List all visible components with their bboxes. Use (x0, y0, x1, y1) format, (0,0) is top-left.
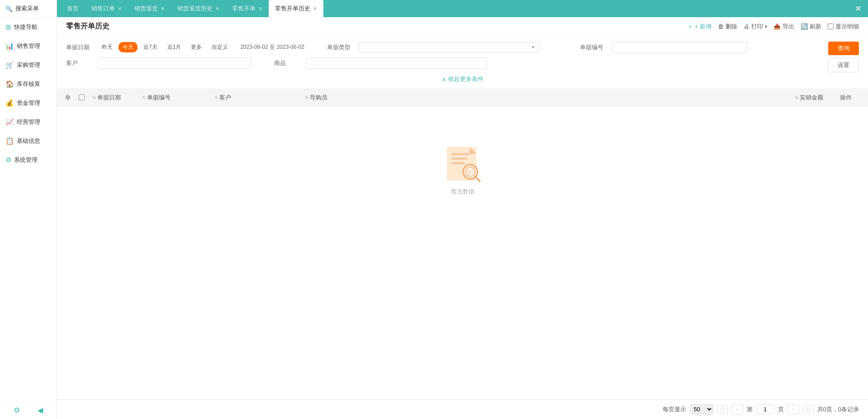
search-icon: 🔍 (5, 5, 13, 12)
tab-close-sales-return-history[interactable]: ✕ (215, 6, 219, 12)
client-filter-input[interactable]: ... (98, 57, 251, 69)
tab-retail-open-history[interactable]: 零售开单历史 ✕ (269, 0, 323, 17)
table-header: ⚙ ⇅ 单据日期 ⇅ 单据编号 ⇅ 客户 ⇅ 导购员 ⇅ (57, 89, 868, 106)
sidebar-search-label: 搜索采单 (15, 5, 39, 13)
close-all-tabs-icon[interactable]: ✕ (852, 4, 864, 14)
next-page-btn[interactable]: ＞ (787, 404, 799, 414)
tab-sales-order[interactable]: 销售订单 ✕ (85, 0, 128, 17)
tab-close-sales-order[interactable]: ✕ (118, 6, 122, 12)
add-icon: ＋ (687, 23, 693, 31)
sales-mgmt-icon: 📊 (5, 42, 14, 50)
tab-close-sales-return[interactable]: ✕ (161, 6, 165, 12)
last-page-btn[interactable]: ⟩⟩ (803, 405, 814, 414)
prev-page-btn[interactable]: ＜ (731, 404, 743, 414)
sidebar-item-label: 快捷导航 (14, 23, 38, 31)
date-btn-more[interactable]: 更多 (187, 42, 206, 52)
sidebar-item-basic-info[interactable]: 📋 基础信息 (0, 132, 57, 151)
add-button[interactable]: ＋ + 新增 (687, 23, 711, 31)
tab-home[interactable]: 首页 (61, 0, 85, 17)
date-filter-label: 单据日期 (66, 43, 93, 52)
show-detail-toggle[interactable]: 显示明细 (828, 23, 859, 31)
th-checkbox[interactable] (75, 94, 89, 100)
th-client[interactable]: ⇅ 客户 (211, 94, 301, 102)
sidebar-item-sales-mgmt[interactable]: 📊 销售管理 (0, 37, 57, 56)
tab-retail-open[interactable]: 零售开单 ✕ (226, 0, 269, 17)
collapse-sidebar-icon[interactable]: ◀ (38, 406, 43, 414)
th-date[interactable]: ⇅ 单据日期 (89, 94, 138, 102)
date-btn-1month[interactable]: 近1月 (163, 42, 185, 52)
sidebar-search[interactable]: 🔍 搜索采单 (0, 0, 57, 18)
sidebar-item-business-mgmt[interactable]: 📈 经营管理 (0, 113, 57, 132)
sidebar-item-system-mgmt[interactable]: ⚙ 系统管理 (0, 151, 57, 169)
per-page-select[interactable]: 50 10 20 100 (690, 404, 713, 414)
sidebar-item-label: 库存核算 (17, 80, 40, 88)
delete-icon: 🗑 (718, 23, 724, 30)
empty-state: 暂无数据 (57, 106, 868, 232)
sidebar-item-label: 经营管理 (17, 118, 40, 126)
sidebar-item-quick-nav[interactable]: ⊞ 快捷导航 (0, 18, 57, 37)
export-button[interactable]: 📤 导出 (773, 23, 794, 31)
sort-asc-icon: ⇅ (92, 95, 96, 100)
collapse-label: 收起更多条件 (448, 75, 484, 83)
filter-row-date: 单据日期 昨天 今天 近7天 近1月 更多 自定义 2023-06-02 至 2… (66, 42, 819, 53)
sidebar-bottom: ⚙ ◀ (0, 401, 57, 419)
refresh-icon: 🔄 (801, 23, 808, 30)
sidebar: 🔍 搜索采单 ⊞ 快捷导航 📊 销售管理 🛒 采购管理 🏠 库存核算 💰 资金管… (0, 0, 57, 419)
main-content: 首页 销售订单 ✕ 销货退货 ✕ 销货退货历史 ✕ 零售开单 ✕ 零售开单历史 … (57, 0, 868, 419)
sort-amount-icon: ⇅ (795, 95, 798, 100)
sidebar-item-label: 资金管理 (17, 99, 40, 107)
pagination: 每页显示 50 10 20 100 ⟨⟨ ＜ 第 页 ＞ ⟩⟩ 共0页，0条记录 (57, 399, 868, 419)
sidebar-item-label: 基础信息 (17, 137, 40, 145)
date-btn-custom[interactable]: 自定义 (208, 42, 232, 52)
quick-nav-icon: ⊞ (5, 23, 11, 31)
purchase-mgmt-icon: 🛒 (5, 61, 14, 69)
page-number-input[interactable] (756, 405, 774, 414)
sidebar-item-label: 采购管理 (17, 61, 40, 69)
sidebar-item-purchase-mgmt[interactable]: 🛒 采购管理 (0, 56, 57, 75)
sidebar-item-stock-calc[interactable]: 🏠 库存核算 (0, 75, 57, 94)
print-dropdown-icon: ▾ (765, 24, 767, 29)
date-btn-7days[interactable]: 近7天 (139, 42, 161, 52)
tab-bar: 首页 销售订单 ✕ 销货退货 ✕ 销货退货历史 ✕ 零售开单 ✕ 零售开单历史 … (57, 0, 868, 17)
query-button[interactable]: 查询 (828, 42, 859, 55)
date-range-display: 2023-06-02 至 2023-06-02 (240, 43, 304, 51)
page-label-post: 页 (778, 405, 784, 414)
system-mgmt-icon: ⚙ (5, 156, 11, 164)
tab-close-retail-open-history[interactable]: ✕ (313, 6, 317, 12)
svg-point-6 (466, 167, 475, 176)
collapse-filter-row[interactable]: ∧ 收起更多条件 (66, 73, 859, 85)
query-buttons: 查询 设置 (828, 42, 859, 72)
th-amount[interactable]: ⇅ 实销金额 (791, 94, 836, 102)
basic-info-icon: 📋 (5, 137, 14, 145)
delete-button[interactable]: 🗑 删除 (718, 23, 737, 31)
tab-sales-return[interactable]: 销货退货 ✕ (128, 0, 171, 17)
table-area: ⚙ ⇅ 单据日期 ⇅ 单据编号 ⇅ 客户 ⇅ 导购员 ⇅ (57, 89, 868, 399)
sidebar-item-finance-mgmt[interactable]: 💰 资金管理 (0, 94, 57, 113)
tab-bar-right: ✕ (852, 4, 864, 14)
number-filter-input[interactable] (612, 42, 747, 53)
type-filter-select[interactable]: ▾ (359, 42, 540, 52)
refresh-button[interactable]: 🔄 刷新 (801, 23, 821, 31)
first-page-btn[interactable]: ⟨⟨ (717, 405, 728, 414)
print-button[interactable]: 🖨 打印 ▾ (744, 23, 767, 31)
page-header: 零售开单历史 ＋ + 新增 🗑 删除 🖨 打印 ▾ 📤 导出 🔄 刷新 (57, 17, 868, 36)
th-number[interactable]: ⇅ 单据编号 (138, 94, 211, 102)
page-actions: ＋ + 新增 🗑 删除 🖨 打印 ▾ 📤 导出 🔄 刷新 (687, 23, 859, 31)
tab-close-retail-open[interactable]: ✕ (258, 6, 262, 12)
svg-rect-3 (451, 162, 465, 164)
gear-icon: ⚙ (65, 94, 71, 101)
tab-sales-return-history[interactable]: 销货退货历史 ✕ (171, 0, 226, 17)
pagination-summary: 共0页，0条记录 (817, 405, 859, 414)
settings-icon[interactable]: ⚙ (14, 406, 20, 414)
per-page-label: 每页显示 (663, 405, 686, 414)
select-all-checkbox[interactable] (79, 94, 85, 100)
settings-button[interactable]: 设置 (828, 58, 859, 72)
empty-illustration (438, 142, 488, 188)
th-gear[interactable]: ⚙ (62, 94, 75, 101)
product-filter-input[interactable]: ... (306, 57, 487, 69)
show-detail-checkbox[interactable] (828, 24, 834, 29)
filter-row-client: 客户 ... 商品 ... (66, 57, 819, 69)
date-btn-today[interactable]: 今天 (119, 42, 138, 52)
th-guide[interactable]: ⇅ 导购员 (301, 94, 346, 102)
date-btn-yesterday[interactable]: 昨天 (98, 42, 117, 52)
